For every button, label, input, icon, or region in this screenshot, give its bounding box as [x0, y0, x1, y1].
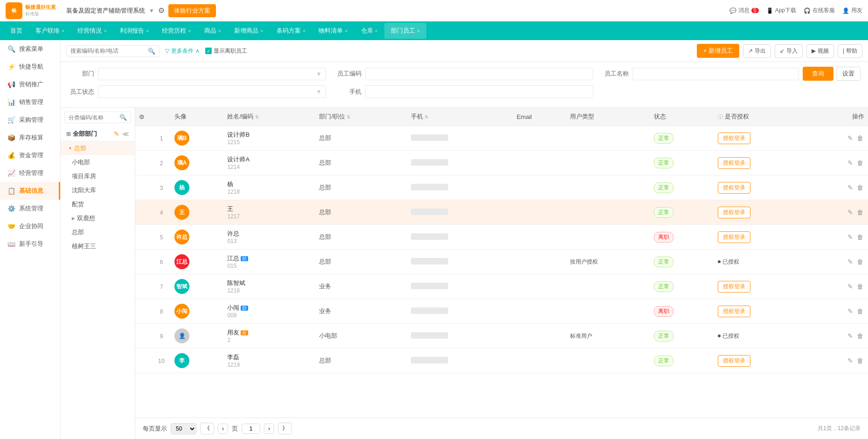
sidebar-item-system[interactable]: ⚙️ 系统管理	[0, 200, 60, 217]
sys-title-dropdown[interactable]: ▼	[149, 7, 154, 14]
close-icon[interactable]: ×	[417, 28, 420, 34]
close-icon[interactable]: ×	[218, 28, 221, 34]
export-button[interactable]: ↗ 导出	[743, 44, 771, 58]
delete-icon[interactable]: 🗑	[857, 134, 863, 142]
delete-icon[interactable]: 🗑	[857, 233, 863, 241]
auth-btn[interactable]: 授权登录	[718, 281, 750, 293]
tab-customer[interactable]: 客户联络 ×	[29, 23, 71, 39]
sidebar-item-collab[interactable]: 🤝 企业协同	[0, 217, 60, 235]
dept-node-shenyang[interactable]: 沈阳大库	[61, 183, 135, 197]
setting-button[interactable]: 设置	[836, 67, 861, 81]
tab-operation[interactable]: 经营情况 ×	[71, 23, 113, 39]
sidebar-item-purchase[interactable]: 🛒 采购管理	[0, 111, 60, 129]
sidebar-item-nav[interactable]: ⚡ 快捷导航	[0, 58, 60, 76]
dept-select[interactable]: ▼	[98, 68, 326, 80]
delete-icon[interactable]: 🗑	[857, 357, 863, 364]
dept-node-xiangmu[interactable]: 项目库房	[61, 169, 135, 183]
video-button[interactable]: ▶ 视频	[806, 44, 834, 58]
edit-icon[interactable]: ✎	[847, 258, 853, 265]
auth-btn[interactable]: 授权登录	[718, 306, 750, 317]
tab-history[interactable]: 经营历程 ×	[155, 23, 197, 39]
edit-icon[interactable]: ✎	[847, 233, 853, 241]
close-icon[interactable]: ×	[303, 28, 306, 34]
settings-icon[interactable]: ⚙	[158, 6, 165, 15]
close-icon[interactable]: ×	[375, 28, 378, 34]
edit-icon[interactable]: ✎	[847, 357, 853, 364]
search-input[interactable]	[70, 48, 148, 54]
tab-add-goods[interactable]: 新增商品 ×	[228, 23, 270, 39]
delete-icon[interactable]: 🗑	[857, 209, 863, 216]
edit-icon[interactable]: ✎	[847, 209, 853, 216]
trial-button[interactable]: 体验行业方案	[168, 4, 216, 17]
emp-name-input[interactable]	[632, 68, 799, 80]
help-button[interactable]: | 帮助	[838, 44, 862, 58]
dept-node-zhishu[interactable]: 植树王三	[61, 239, 135, 253]
close-icon[interactable]: ×	[188, 28, 191, 34]
first-page-btn[interactable]: 《	[200, 423, 214, 434]
delete-icon[interactable]: 🗑	[857, 258, 863, 265]
sort-name-icon[interactable]: ⇅	[255, 114, 259, 119]
status-select[interactable]: ▼	[98, 85, 326, 98]
close-icon[interactable]: ×	[345, 28, 347, 34]
emp-code-input[interactable]	[365, 68, 593, 80]
sidebar-item-business[interactable]: 📈 经营管理	[0, 164, 60, 182]
close-icon[interactable]: ×	[62, 28, 64, 34]
sidebar-item-marketing[interactable]: 📢 营销推广	[0, 76, 60, 93]
user-btn[interactable]: 👤 用友	[842, 7, 862, 14]
tab-barcode[interactable]: 条码方案 ×	[270, 23, 312, 39]
auth-btn[interactable]: 授权登录	[718, 157, 750, 169]
dept-node-shuanglu[interactable]: ▶ 双鹿想	[61, 211, 135, 225]
close-icon[interactable]: ×	[260, 28, 263, 34]
delete-icon[interactable]: 🗑	[857, 332, 863, 340]
close-icon[interactable]: ×	[104, 28, 106, 34]
collapse-icon[interactable]: ≪	[122, 130, 129, 138]
edit-icon[interactable]: ✎	[847, 332, 853, 340]
auth-btn[interactable]: 授权登录	[718, 355, 750, 367]
sidebar-item-finance[interactable]: 💰 资金管理	[0, 146, 60, 164]
edit-icon[interactable]: ✎	[847, 307, 853, 315]
edit-icon[interactable]: ✎	[847, 134, 853, 142]
auth-btn[interactable]: 授权登录	[718, 231, 750, 243]
search-icon-btn[interactable]: 🔍	[148, 48, 155, 55]
prev-page-btn[interactable]: ‹	[218, 424, 228, 434]
tab-employees[interactable]: 部门员工 ×	[384, 23, 426, 39]
delete-icon[interactable]: 🗑	[857, 307, 863, 315]
phone-input[interactable]	[365, 85, 593, 98]
tab-home[interactable]: 首页	[4, 23, 29, 39]
edit-icon[interactable]: ✎	[847, 159, 853, 167]
next-page-btn[interactable]: ›	[264, 424, 274, 434]
sidebar-item-search[interactable]: 🔍 搜索菜单	[0, 40, 60, 58]
edit-icon[interactable]: ✎	[847, 283, 853, 290]
import-button[interactable]: ↙ 导入	[775, 44, 803, 58]
show-resigned-btn[interactable]: ✓ 显示离职员工	[205, 47, 247, 55]
sidebar-item-basic[interactable]: 📋 基础信息	[0, 182, 60, 200]
delete-icon[interactable]: 🗑	[857, 283, 863, 290]
search-button[interactable]: 查询	[803, 67, 833, 81]
sidebar-item-sales[interactable]: 📊 销售管理	[0, 93, 60, 111]
app-download-btn[interactable]: 📱 App下载	[766, 7, 796, 14]
tab-goods[interactable]: 商品 ×	[198, 23, 228, 39]
tab-warehouse[interactable]: 仓库 ×	[354, 23, 384, 39]
auth-btn[interactable]: 授权登录	[718, 132, 750, 144]
edit-icon[interactable]: ✎	[847, 184, 853, 191]
auth-btn[interactable]: 授权登录	[718, 182, 750, 194]
more-filter-btn[interactable]: ▽ 更多条件 ∧	[165, 47, 200, 55]
dept-node-xiaodian[interactable]: 小电部	[61, 155, 135, 169]
sidebar-item-stock[interactable]: 📦 库存核算	[0, 129, 60, 146]
page-input[interactable]	[242, 424, 260, 434]
tab-profit[interactable]: 利润报告 ×	[113, 23, 155, 39]
dept-search-input[interactable]	[69, 114, 119, 121]
tab-bom[interactable]: 物料清单 ×	[312, 23, 354, 39]
close-icon[interactable]: ×	[146, 28, 149, 34]
settings-col-icon[interactable]: ⚙	[139, 113, 145, 120]
dept-node-zongbu2[interactable]: 总部	[61, 225, 135, 239]
delete-icon[interactable]: 🗑	[857, 159, 863, 167]
sidebar-item-guide[interactable]: 📖 新手引导	[0, 235, 60, 253]
add-employee-button[interactable]: + 新增员工	[697, 44, 739, 58]
online-service-btn[interactable]: 🎧 在线客服	[804, 7, 835, 14]
last-page-btn[interactable]: 》	[278, 423, 292, 434]
dept-node-zongbu[interactable]: ▼ 总部	[61, 141, 135, 155]
sort-phone-icon[interactable]: ⇅	[424, 114, 428, 119]
delete-icon[interactable]: 🗑	[857, 184, 863, 191]
dept-node-peihuo[interactable]: 配货	[61, 197, 135, 211]
